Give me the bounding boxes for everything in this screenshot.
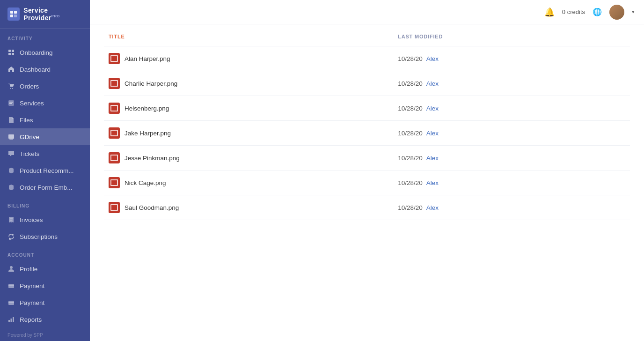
modified-user: Alex xyxy=(425,80,439,87)
table-row[interactable]: Jake Harper.png 10/28/20 Alex xyxy=(104,121,630,146)
logo-icon xyxy=(7,7,20,21)
sidebar-item-label: Payment xyxy=(20,299,44,306)
user-menu-chevron-icon[interactable]: ▾ xyxy=(632,9,635,15)
files-table: TITLE LAST MODIFIED Alan Harper.png 10/2… xyxy=(104,24,630,220)
file-name: Jake Harper.png xyxy=(124,130,171,137)
grid-icon xyxy=(7,49,15,56)
svg-rect-13 xyxy=(8,134,14,139)
home-icon xyxy=(7,66,15,73)
sidebar-item-profile[interactable]: Profile xyxy=(0,260,90,277)
table-row[interactable]: Charlie Harper.png 10/28/20 Alex xyxy=(104,71,630,96)
app-title: Service ProviderPRO xyxy=(23,7,82,22)
sidebar-header: Service ProviderPRO xyxy=(0,0,90,29)
modified-date: 10/28/20 xyxy=(398,179,423,186)
file-modified-cell: 10/28/20 Alex xyxy=(393,146,630,170)
sidebar-item-tickets[interactable]: Tickets xyxy=(0,145,90,162)
file-name: Nick Cage.png xyxy=(124,179,166,186)
sidebar-item-services[interactable]: Services xyxy=(0,95,90,111)
invoice-icon xyxy=(7,216,15,223)
content-area: TITLE LAST MODIFIED Alan Harper.png 10/2… xyxy=(90,24,644,341)
file-type-icon xyxy=(109,53,120,64)
user-icon xyxy=(7,265,15,273)
sidebar-item-invoices[interactable]: Invoices xyxy=(0,211,90,228)
file-type-icon xyxy=(109,152,120,163)
svg-rect-7 xyxy=(12,53,14,55)
sidebar-item-label: Tickets xyxy=(20,150,39,157)
section-billing: BILLING xyxy=(0,196,90,211)
cart-icon xyxy=(7,82,15,90)
table-row[interactable]: Saul Goodman.png 10/28/20 Alex xyxy=(104,195,630,220)
sidebar-item-payment-2[interactable]: Payment xyxy=(0,294,90,311)
sidebar-item-label: Onboarding xyxy=(20,49,53,56)
file-name-cell: Charlie Harper.png xyxy=(104,71,393,96)
svg-rect-21 xyxy=(8,302,14,303)
sidebar-item-label: GDrive xyxy=(20,133,39,141)
sidebar-item-payment-1[interactable]: Payment xyxy=(0,277,90,294)
sidebar-item-orders[interactable]: Orders xyxy=(0,78,90,95)
sidebar-footer: Powered by SPP xyxy=(0,328,90,341)
file-name-cell: Saul Goodman.png xyxy=(104,195,393,220)
drive-icon xyxy=(7,133,15,141)
file-type-icon xyxy=(109,127,120,139)
svg-rect-19 xyxy=(8,285,14,286)
sidebar-item-onboarding[interactable]: Onboarding xyxy=(0,44,90,61)
table-row[interactable]: Heisenberg.png 10/28/20 Alex xyxy=(104,96,630,121)
sidebar-item-dashboard[interactable]: Dashboard xyxy=(0,61,90,78)
svg-point-8 xyxy=(10,88,11,89)
sidebar-item-files[interactable]: Files xyxy=(0,111,90,128)
file-name: Heisenberg.png xyxy=(124,105,169,112)
file-modified-cell: 10/28/20 Alex xyxy=(393,170,630,195)
sidebar-item-label: Subscriptions xyxy=(20,233,58,240)
sidebar-item-label: Files xyxy=(20,117,33,124)
sidebar-item-label: Order Form Emb... xyxy=(20,184,73,191)
sidebar-item-gdrive[interactable]: GDrive xyxy=(0,128,90,145)
file-modified-cell: 10/28/20 Alex xyxy=(393,195,630,220)
sidebar-item-order-form-emb[interactable]: Order Form Emb... xyxy=(0,179,90,196)
col-header-title: TITLE xyxy=(104,24,393,46)
svg-rect-4 xyxy=(8,50,11,52)
file-name: Saul Goodman.png xyxy=(124,204,179,211)
avatar[interactable] xyxy=(609,5,624,20)
svg-rect-22 xyxy=(8,320,10,322)
file-name: Jesse Pinkman.png xyxy=(124,155,180,162)
svg-rect-14 xyxy=(9,139,13,140)
file-icon xyxy=(7,116,15,124)
svg-point-9 xyxy=(12,88,13,89)
modified-date: 10/28/20 xyxy=(398,55,423,62)
table-row[interactable]: Alan Harper.png 10/28/20 Alex xyxy=(104,46,630,71)
topbar: 🔔 0 credits 🌐 ▾ xyxy=(90,0,644,24)
svg-rect-24 xyxy=(13,317,14,322)
table-row[interactable]: Nick Cage.png 10/28/20 Alex xyxy=(104,170,630,195)
svg-rect-3 xyxy=(14,15,17,17)
svg-rect-1 xyxy=(14,11,17,14)
chart-icon xyxy=(7,316,15,323)
sidebar-item-subscriptions[interactable]: Subscriptions xyxy=(0,228,90,245)
avatar-image xyxy=(609,5,624,20)
refresh-icon xyxy=(7,233,15,240)
svg-rect-5 xyxy=(12,50,14,52)
card-icon-2 xyxy=(7,299,15,306)
sidebar-item-reports[interactable]: Reports xyxy=(0,311,90,328)
modified-date: 10/28/20 xyxy=(398,80,423,87)
file-modified-cell: 10/28/20 Alex xyxy=(393,46,630,71)
sidebar-item-product-recomm[interactable]: Product Recomm... xyxy=(0,162,90,179)
sidebar-item-label: Dashboard xyxy=(20,66,51,73)
file-type-icon xyxy=(109,202,120,213)
globe-icon[interactable]: 🌐 xyxy=(593,7,602,16)
table-row[interactable]: Jesse Pinkman.png 10/28/20 Alex xyxy=(104,146,630,170)
svg-rect-0 xyxy=(10,11,13,14)
modified-user: Alex xyxy=(425,204,439,211)
file-modified-cell: 10/28/20 Alex xyxy=(393,96,630,121)
file-name-cell: Jesse Pinkman.png xyxy=(104,146,393,170)
notification-bell-icon[interactable]: 🔔 xyxy=(544,7,555,17)
modified-date: 10/28/20 xyxy=(398,130,423,137)
modified-date: 10/28/20 xyxy=(398,204,423,211)
box-icon xyxy=(7,167,15,174)
file-name-cell: Jake Harper.png xyxy=(104,121,393,146)
credits-display: 0 credits xyxy=(562,8,585,15)
modified-user: Alex xyxy=(425,179,439,186)
modified-user: Alex xyxy=(425,130,439,137)
embed-icon xyxy=(7,184,15,191)
card-icon xyxy=(7,282,15,289)
file-name-cell: Heisenberg.png xyxy=(104,96,393,121)
